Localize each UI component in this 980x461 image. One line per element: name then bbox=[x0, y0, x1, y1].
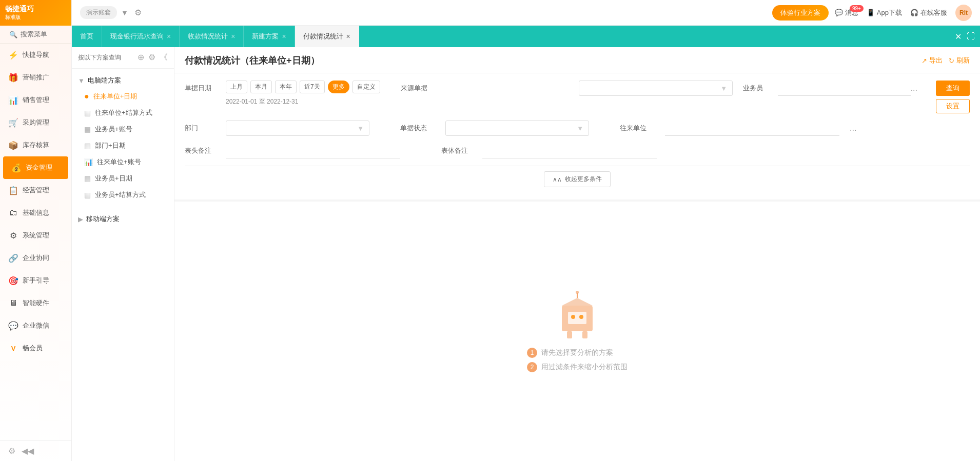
messages-item[interactable]: 💬 消息 99+ bbox=[835, 8, 858, 17]
dept-label: 部门 bbox=[185, 121, 215, 136]
empty-illustration bbox=[546, 290, 608, 342]
header-remark-input[interactable] bbox=[226, 143, 400, 158]
user-avatar[interactable]: Rit bbox=[955, 5, 972, 21]
scheme-item-dept-date[interactable]: ▦ 部门+日期 bbox=[72, 137, 174, 154]
salesperson-ellipsis[interactable]: ... bbox=[911, 81, 917, 96]
desktop-scheme-title[interactable]: ▼ 电脑端方案 bbox=[72, 73, 174, 88]
basic-info-icon: 🗂 bbox=[8, 208, 18, 218]
table-icon-4: ▦ bbox=[84, 174, 91, 183]
settings-gear-icon[interactable]: ⚙ bbox=[134, 8, 142, 17]
filter-settings-btn[interactable]: 设置 bbox=[936, 99, 970, 113]
purchase-icon: 🛒 bbox=[8, 117, 18, 128]
refresh-btn[interactable]: ↻ 刷新 bbox=[949, 56, 970, 65]
nav-item-member[interactable]: V 畅会员 bbox=[0, 337, 71, 359]
scheme-item-partner-date[interactable]: ● 往来单位+日期 bbox=[72, 88, 174, 105]
tab-cash-bank[interactable]: 现金银行流水查询 × bbox=[102, 26, 180, 47]
nav-item-purchase[interactable]: 🛒 采购管理 bbox=[0, 111, 71, 134]
date-group-container: 上月 本月 本年 近7天 更多 自定义 2022-01-01 至 2022-12… bbox=[226, 81, 380, 106]
table-icon-2: ▦ bbox=[84, 125, 91, 133]
scheme-item-salesperson-payment[interactable]: ▦ 业务员+结算方式 bbox=[72, 187, 174, 203]
dept-select[interactable]: ▼ bbox=[226, 121, 369, 136]
nav-item-label: 畅会员 bbox=[23, 344, 43, 353]
order-status-select[interactable]: ▼ bbox=[445, 121, 589, 136]
tab-new-scheme[interactable]: 新建方案 × bbox=[244, 26, 295, 47]
content-area: 按以下方案查询 ⊕ ⚙ 《 ▼ 电脑端方案 ● 往来单位+日期 ▦ bbox=[72, 47, 980, 461]
tab-receipts-close[interactable]: × bbox=[231, 32, 235, 41]
nav-item-operations[interactable]: 📋 经营管理 bbox=[0, 179, 71, 202]
svg-marker-1 bbox=[562, 298, 593, 306]
collapse-area: ∧∧ 收起更多条件 bbox=[185, 166, 970, 192]
query-btn[interactable]: 查询 bbox=[936, 81, 970, 96]
partner-input[interactable] bbox=[665, 121, 839, 136]
date-btn-last-month[interactable]: 上月 bbox=[226, 81, 247, 93]
scheme-item-partner-account[interactable]: 📊 往来单位+账号 bbox=[72, 154, 174, 170]
nav-list: ⚡ 快捷导航 🎁 营销推广 📊 销售管理 🛒 采购管理 📦 库存核算 💰 资金管… bbox=[0, 44, 71, 440]
nav-item-hardware[interactable]: 🖥 智能硬件 bbox=[0, 292, 71, 314]
refresh-icon: ↻ bbox=[949, 57, 954, 65]
scheme-item-salesperson-account[interactable]: ▦ 业务员+账号 bbox=[72, 121, 174, 137]
nav-item-marketing[interactable]: 🎁 营销推广 bbox=[0, 66, 71, 89]
nav-item-guide[interactable]: 🎯 新手引导 bbox=[0, 269, 71, 292]
maximize-window-icon[interactable]: ⛶ bbox=[967, 32, 975, 41]
source-field: 来源单据 ▼ bbox=[401, 81, 733, 96]
topbar: 演示账套 ▼ ⚙ 体验行业方案 💬 消息 99+ 📱 App下载 🎧 在线客服 … bbox=[72, 0, 980, 26]
tab-cash-bank-close[interactable]: × bbox=[167, 32, 171, 41]
nav-item-label: 企业协同 bbox=[23, 253, 49, 263]
mobile-scheme-title[interactable]: ▶ 移动端方案 bbox=[72, 211, 174, 227]
nav-item-inventory[interactable]: 📦 库存核算 bbox=[0, 134, 71, 156]
nav-item-system[interactable]: ⚙ 系统管理 bbox=[0, 224, 71, 247]
svg-rect-8 bbox=[582, 331, 587, 338]
date-btn-this-year[interactable]: 本年 bbox=[275, 81, 297, 93]
collapse-sidebar-icon[interactable]: ◀◀ bbox=[22, 446, 34, 456]
tab-bar: 首页 现金银行流水查询 × 收款情况统计 × 新建方案 × 付款情况统计 × ✕… bbox=[72, 26, 980, 47]
collapse-btn[interactable]: ∧∧ 收起更多条件 bbox=[544, 171, 611, 187]
user-area: 演示账套 ▼ ⚙ bbox=[80, 6, 766, 19]
date-btn-custom[interactable]: 自定义 bbox=[352, 81, 380, 93]
tab-payments-close[interactable]: × bbox=[346, 32, 350, 41]
filter-row-1: 单据日期 上月 本月 本年 近7天 更多 自定义 2022-01-01 至 20… bbox=[185, 81, 970, 113]
collapse-panel-icon[interactable]: 《 bbox=[160, 52, 168, 63]
app-download-item[interactable]: 📱 App下载 bbox=[867, 8, 902, 17]
scheme-settings-icon[interactable]: ⚙ bbox=[148, 52, 155, 63]
page-header: 付款情况统计（往来单位+日期） ↗ 导出 ↻ 刷新 bbox=[174, 47, 980, 73]
online-service-item[interactable]: 🎧 在线客服 bbox=[910, 8, 947, 17]
svg-rect-7 bbox=[567, 331, 572, 338]
export-btn[interactable]: ↗ 导出 bbox=[922, 56, 943, 65]
tab-receipts[interactable]: 收款情况统计 × bbox=[180, 26, 244, 47]
body-remark-input[interactable] bbox=[482, 143, 657, 158]
source-select[interactable]: ▼ bbox=[579, 81, 733, 96]
tab-payments[interactable]: 付款情况统计 × bbox=[295, 26, 359, 47]
nav-item-collab[interactable]: 🔗 企业协同 bbox=[0, 247, 71, 269]
nav-item-label: 采购管理 bbox=[23, 118, 49, 127]
scheme-item-partner-payment[interactable]: ▦ 往来单位+结算方式 bbox=[72, 105, 174, 121]
tab-home[interactable]: 首页 bbox=[72, 26, 102, 47]
order-status-label: 单据状态 bbox=[400, 121, 431, 136]
quick-nav-icon: ⚡ bbox=[8, 50, 18, 60]
salesperson-input[interactable] bbox=[778, 81, 911, 96]
date-btn-this-month[interactable]: 本月 bbox=[250, 81, 272, 93]
expand-mobile-icon: ▶ bbox=[78, 215, 83, 223]
trial-btn[interactable]: 体验行业方案 bbox=[772, 5, 829, 21]
nav-item-quick[interactable]: ⚡ 快捷导航 bbox=[0, 44, 71, 66]
nav-item-basic-info[interactable]: 🗂 基础信息 bbox=[0, 202, 71, 224]
nav-item-wechat[interactable]: 💬 企业微信 bbox=[0, 314, 71, 337]
app-name: 畅捷通巧 bbox=[5, 5, 34, 14]
tab-new-scheme-close[interactable]: × bbox=[282, 32, 286, 41]
scheme-item-salesperson-date[interactable]: ▦ 业务员+日期 bbox=[72, 170, 174, 187]
mobile-scheme-section: ▶ 移动端方案 bbox=[72, 207, 174, 231]
settings-icon[interactable]: ⚙ bbox=[8, 446, 15, 456]
search-menu-item[interactable]: 🔍 搜索菜单 bbox=[0, 26, 71, 44]
partner-ellipsis[interactable]: ... bbox=[850, 121, 856, 136]
hint-number-1: 1 bbox=[527, 348, 537, 358]
add-scheme-icon[interactable]: ⊕ bbox=[138, 52, 144, 63]
nav-item-sales[interactable]: 📊 销售管理 bbox=[0, 89, 71, 111]
date-btn-more[interactable]: 更多 bbox=[328, 81, 349, 93]
message-icon: 💬 bbox=[835, 9, 843, 16]
user-dropdown-arrow[interactable]: ▼ bbox=[121, 9, 128, 17]
filter-row-2: 部门 ▼ 单据状态 ▼ 往来单位 ... bbox=[185, 121, 970, 136]
svg-point-4 bbox=[579, 315, 583, 319]
scheme-panel-icons: ⊕ ⚙ 《 bbox=[138, 52, 168, 63]
date-btn-7days[interactable]: 近7天 bbox=[300, 81, 325, 93]
close-window-icon[interactable]: ✕ bbox=[955, 32, 962, 42]
nav-item-finance[interactable]: 💰 资金管理 bbox=[3, 156, 68, 179]
